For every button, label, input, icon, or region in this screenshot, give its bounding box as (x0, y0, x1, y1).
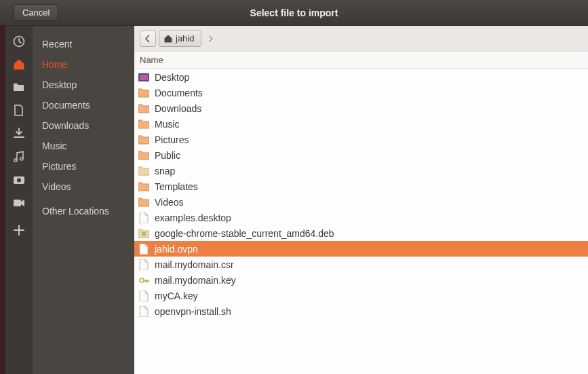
file-row[interactable]: google-chrome-stable_current_amd64.deb (134, 225, 588, 241)
file-name: google-chrome-stable_current_amd64.deb (155, 228, 334, 239)
plus-icon (13, 224, 25, 236)
document-icon (13, 105, 25, 117)
sidebar-item-pictures[interactable]: Pictures (33, 156, 134, 176)
file-name: Music (155, 119, 180, 130)
folder-icon (138, 88, 149, 98)
cancel-button[interactable]: Cancel (14, 4, 58, 21)
sidebar-item-documents[interactable]: Documents (33, 95, 134, 115)
folder-icon (138, 134, 149, 145)
file-name: mail.mydomain.csr (155, 259, 234, 270)
sidebar-places: Recent Home Desktop Documents Downloads … (33, 26, 134, 374)
file-icon (138, 306, 149, 317)
file-name: snap (155, 166, 175, 176)
file-list[interactable]: DesktopDocumentsDownloadsMusicPicturesPu… (134, 69, 588, 374)
sidebar-item-downloads[interactable]: Downloads (33, 115, 134, 136)
folder-icon (138, 119, 149, 130)
file-name: Desktop (155, 72, 189, 83)
file-icon (138, 244, 149, 255)
file-row[interactable]: Videos (134, 194, 588, 210)
clock-icon (13, 35, 25, 48)
sidebar-item-recent[interactable]: Recent (33, 34, 134, 54)
sidebar-item-music[interactable]: Music (33, 136, 134, 156)
folder-icon (138, 72, 149, 83)
sidebar-icons-column (5, 26, 33, 374)
file-icon (138, 259, 149, 270)
file-name: Pictures (155, 134, 189, 145)
folder-icon (138, 166, 149, 176)
file-icon (138, 291, 149, 301)
home-icon (13, 58, 25, 71)
file-name: Videos (155, 197, 184, 208)
home-icon (163, 34, 173, 43)
titlebar: Cancel Select file to import (0, 0, 588, 26)
sidebar-item-videos[interactable]: Videos (33, 176, 134, 197)
file-name: examples.desktop (155, 212, 231, 223)
file-row[interactable]: Pictures (134, 132, 588, 147)
file-chooser-main: jahid Name DesktopDocumentsDownloadsMusi… (134, 26, 588, 374)
file-name: Downloads (155, 103, 201, 114)
file-icon (138, 275, 149, 286)
file-name: Public (155, 150, 180, 161)
file-row[interactable]: snap (134, 163, 588, 179)
file-row[interactable]: myCA.key (134, 288, 588, 303)
file-row[interactable]: Public (134, 147, 588, 163)
file-row[interactable]: openvpn-install.sh (134, 303, 588, 319)
file-row[interactable]: Templates (134, 179, 588, 194)
sidebar-item-desktop[interactable]: Desktop (33, 75, 134, 95)
file-name: Documents (155, 88, 203, 98)
file-name: mail.mydomain.key (155, 275, 236, 286)
file-name: jahid.ovpn (155, 244, 198, 255)
folder-icon (138, 197, 149, 208)
sidebar-item-home[interactable]: Home (33, 54, 134, 75)
file-name: Templates (155, 181, 198, 192)
folder-icon (138, 150, 149, 161)
file-icon (138, 212, 149, 223)
path-segment-label: jahid (176, 33, 194, 43)
path-back-button[interactable] (140, 31, 156, 47)
file-name: myCA.key (155, 291, 198, 301)
file-name: openvpn-install.sh (155, 306, 231, 317)
folder-icon (138, 181, 149, 192)
unity-launcher-strip (0, 0, 5, 374)
file-row[interactable]: jahid.ovpn (134, 241, 588, 257)
path-forward-button[interactable] (204, 31, 218, 47)
camera-icon (13, 174, 25, 186)
file-row[interactable]: Documents (134, 85, 588, 100)
window-title: Select file to import (250, 7, 338, 18)
path-segment-home[interactable]: jahid (159, 31, 201, 47)
path-bar: jahid (134, 26, 588, 52)
download-icon (13, 128, 25, 140)
folder-icon (138, 103, 149, 114)
file-row[interactable]: mail.mydomain.csr (134, 257, 588, 272)
folder-icon (13, 81, 25, 94)
column-header-name[interactable]: Name (134, 52, 588, 69)
file-row[interactable]: Desktop (134, 69, 588, 85)
video-icon (13, 197, 25, 209)
file-row[interactable]: Music (134, 116, 588, 132)
file-icon (138, 228, 149, 239)
file-row[interactable]: mail.mydomain.key (134, 272, 588, 288)
file-row[interactable]: examples.desktop (134, 210, 588, 225)
sidebar-item-other-locations[interactable]: Other Locations (33, 201, 134, 221)
music-icon (13, 151, 25, 163)
file-row[interactable]: Downloads (134, 100, 588, 116)
